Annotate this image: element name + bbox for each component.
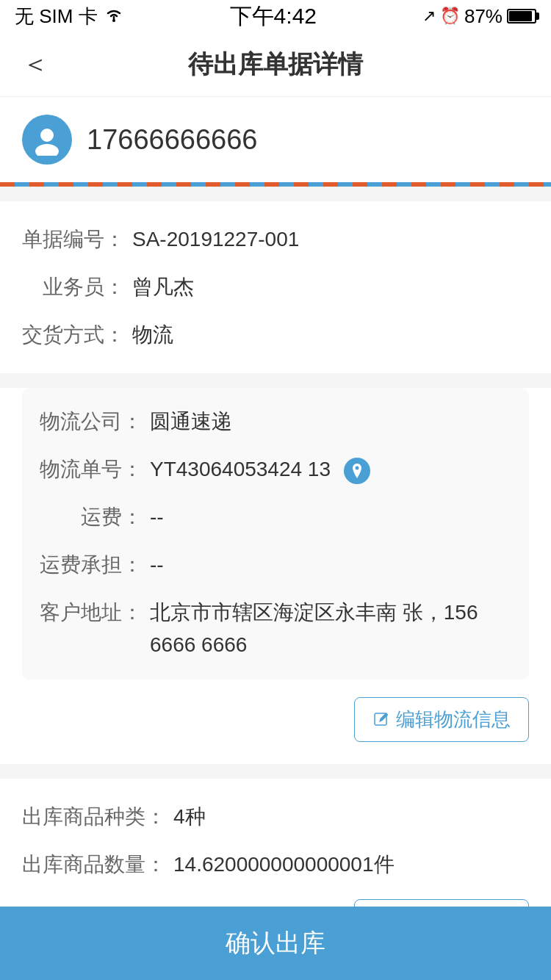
status-time: 下午4:42 (230, 1, 317, 32)
tracking-label: 物流单号： (40, 453, 143, 486)
avatar (22, 115, 72, 165)
dashed-divider (0, 182, 551, 187)
user-phone: 17666666666 (87, 124, 257, 156)
tracking-value: YT43064053424 13 (150, 453, 511, 486)
confirm-button-bar[interactable]: 确认出库 (0, 907, 551, 980)
address-label: 客户地址： (40, 597, 143, 630)
back-button[interactable]: ＜ (22, 46, 48, 82)
goods-types-value: 4种 (173, 801, 529, 834)
freight-value: -- (150, 501, 511, 534)
logistics-section: 物流公司： 圆通速递 物流单号： YT43064053424 13 运费： --… (0, 388, 551, 764)
goods-quantity-row: 出库商品数量： 14.620000000000001件 (22, 849, 529, 882)
user-header: 17666666666 (0, 97, 551, 182)
status-left: 无 SIM 卡 (15, 4, 124, 29)
goods-quantity-value: 14.620000000000001件 (173, 849, 529, 882)
goods-types-row: 出库商品种类： 4种 (22, 801, 529, 834)
alarm-icon: ⏰ (440, 7, 460, 26)
freight-bearer-value: -- (150, 549, 511, 582)
wifi-icon (104, 5, 124, 28)
svg-point-0 (112, 19, 115, 22)
document-info-section: 单据编号： SA-20191227-001 业务员： 曾凡杰 交货方式： 物流 (0, 201, 551, 373)
delivery-value: 物流 (132, 319, 529, 352)
salesman-value: 曾凡杰 (132, 271, 529, 304)
edit-icon (372, 711, 390, 729)
confirm-button-label: 确认出库 (226, 926, 325, 960)
edit-btn-row: 编辑物流信息 (22, 697, 529, 742)
svg-point-1 (40, 129, 54, 142)
freight-bearer-row: 运费承担： -- (40, 549, 511, 582)
carrier-text: 无 SIM 卡 (15, 4, 98, 29)
salesman-row: 业务员： 曾凡杰 (22, 271, 529, 304)
status-bar: 无 SIM 卡 下午4:42 ↗ ⏰ 87% (0, 0, 551, 32)
salesman-label: 业务员： (22, 271, 125, 304)
freight-bearer-label: 运费承担： (40, 549, 143, 582)
address-value: 北京市市辖区海淀区永丰南 张，156 6666 6666 (150, 597, 511, 663)
battery-icon (507, 9, 536, 24)
goods-types-label: 出库商品种类： (22, 801, 166, 834)
logistics-company-row: 物流公司： 圆通速递 (40, 406, 511, 439)
svg-point-2 (35, 144, 59, 156)
nav-bar: ＜ 待出库单据详情 (0, 32, 551, 97)
section-divider (0, 764, 551, 779)
avatar-icon (31, 123, 63, 156)
address-row: 客户地址： 北京市市辖区海淀区永丰南 张，156 6666 6666 (40, 597, 511, 663)
battery-percent: 87% (464, 5, 503, 28)
goods-quantity-label: 出库商品数量： (22, 849, 166, 882)
delivery-label: 交货方式： (22, 319, 125, 352)
logistics-card: 物流公司： 圆通速递 物流单号： YT43064053424 13 运费： --… (22, 388, 529, 680)
status-right: ↗ ⏰ 87% (422, 5, 536, 28)
delivery-row: 交货方式： 物流 (22, 319, 529, 352)
page-title: 待出库单据详情 (188, 48, 363, 82)
document-number-value: SA-20191227-001 (132, 223, 529, 256)
edit-logistics-button[interactable]: 编辑物流信息 (354, 697, 529, 742)
tracking-row: 物流单号： YT43064053424 13 (40, 453, 511, 486)
logistics-company-value: 圆通速递 (150, 406, 511, 439)
document-number-row: 单据编号： SA-20191227-001 (22, 223, 529, 256)
svg-point-3 (355, 466, 359, 469)
freight-label: 运费： (40, 501, 143, 534)
location-icon: ↗ (422, 7, 436, 26)
freight-row: 运费： -- (40, 501, 511, 534)
document-number-label: 单据编号： (22, 223, 125, 256)
logistics-company-label: 物流公司： (40, 406, 143, 439)
location-pin-icon[interactable] (344, 458, 370, 484)
